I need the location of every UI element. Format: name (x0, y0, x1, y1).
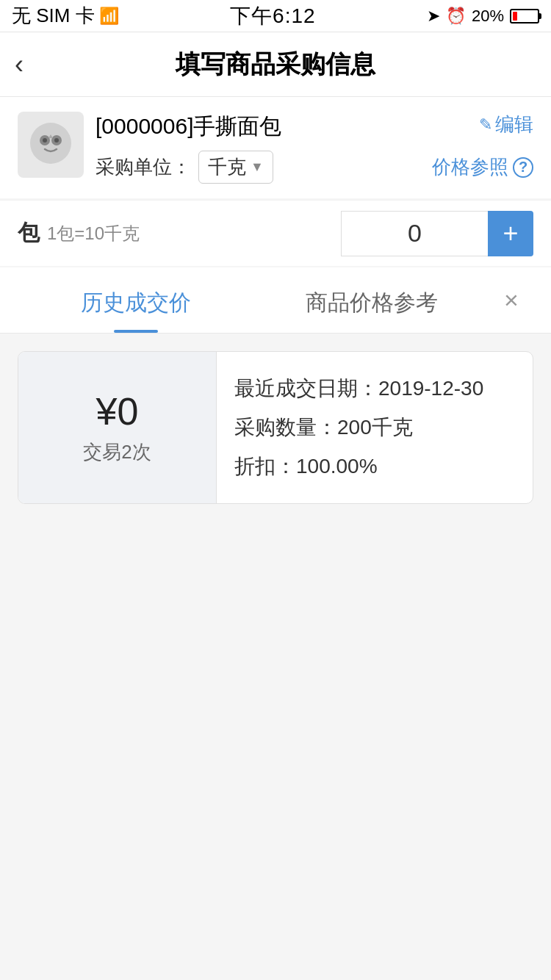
price-right-panel: 最近成交日期：2019-12-30 采购数量：200千克 折扣：100.00% (217, 352, 533, 503)
battery-icon (510, 9, 539, 24)
info-circle-icon: ? (513, 157, 533, 178)
status-bar: 无 SIM 卡 📶 下午6:12 ➤ ⏰ 20% (0, 0, 551, 32)
dropdown-arrow-icon: ▼ (251, 159, 264, 175)
svg-point-0 (30, 123, 71, 164)
product-image (29, 121, 73, 169)
status-left: 无 SIM 卡 📶 (12, 3, 119, 29)
price-left-panel: ¥0 交易2次 (18, 352, 217, 503)
brand-logo-svg (29, 121, 73, 165)
nav-bar: ‹ 填写商品采购信息 (0, 32, 551, 97)
purchase-unit-row: 采购单位： 千克 ▼ 价格参照 ? (96, 151, 533, 184)
wifi-icon: 📶 (99, 7, 119, 26)
tabs-header: 历史成交价 商品价格参考 × (0, 267, 551, 333)
status-right: ➤ ⏰ 20% (427, 7, 539, 26)
location-icon: ➤ (427, 7, 440, 26)
quantity-bar: 包 1包=10千克 + (0, 200, 551, 266)
purchase-qty-row: 采购数量：200千克 (234, 413, 515, 442)
purchase-qty-label: 采购数量： (234, 416, 337, 439)
svg-point-3 (43, 138, 47, 143)
discount-row: 折扣：100.00% (234, 452, 515, 480)
product-name: [0000006]手撕面包 (96, 112, 281, 142)
quantity-input[interactable] (341, 211, 488, 256)
product-name-row: [0000006]手撕面包 ✎ 编辑 (96, 112, 533, 142)
back-button[interactable]: ‹ (7, 42, 31, 87)
unit-value: 千克 (208, 154, 246, 180)
quantity-conversion: 1包=10千克 (47, 222, 140, 245)
product-thumbnail (18, 112, 84, 178)
purchase-unit-label: 采购单位： (96, 154, 191, 180)
edit-label: 编辑 (495, 112, 533, 137)
product-header: [0000006]手撕面包 ✎ 编辑 采购单位： 千克 ▼ 价格参照 ? (18, 112, 533, 184)
page-title: 填写商品采购信息 (176, 48, 375, 82)
quantity-plus-button[interactable]: + (488, 211, 533, 256)
unit-dropdown[interactable]: 千克 ▼ (198, 151, 273, 184)
svg-point-4 (54, 138, 59, 143)
tab-history-price[interactable]: 历史成交价 (18, 267, 253, 333)
tab-close-button[interactable]: × (489, 278, 533, 323)
product-info: [0000006]手撕面包 ✎ 编辑 采购单位： 千克 ▼ 价格参照 ? (96, 112, 533, 184)
recent-date-row: 最近成交日期：2019-12-30 (234, 374, 515, 403)
discount-value: 100.00% (296, 455, 378, 478)
price-transactions: 交易2次 (83, 439, 151, 465)
discount-label: 折扣： (234, 455, 296, 478)
main-content: ¥0 交易2次 最近成交日期：2019-12-30 采购数量：200千克 折扣：… (0, 334, 551, 774)
quantity-control: + (341, 211, 533, 256)
price-card: ¥0 交易2次 最近成交日期：2019-12-30 采购数量：200千克 折扣：… (18, 351, 533, 504)
tab-price-ref-label: 商品价格参考 (306, 290, 438, 314)
tab-price-reference[interactable]: 商品价格参考 (253, 267, 489, 333)
price-card-container: ¥0 交易2次 最近成交日期：2019-12-30 采购数量：200千克 折扣：… (0, 334, 551, 522)
recent-date-label: 最近成交日期： (234, 377, 378, 400)
purchase-unit-left: 采购单位： 千克 ▼ (96, 151, 273, 184)
purchase-qty-value: 200千克 (337, 416, 413, 439)
edit-icon: ✎ (479, 115, 492, 134)
price-ref-label: 价格参照 (432, 154, 508, 180)
quantity-label: 包 1包=10千克 (18, 218, 140, 248)
time-display: 下午6:12 (230, 2, 316, 30)
carrier-text: 无 SIM 卡 (12, 3, 95, 29)
recent-date-value: 2019-12-30 (378, 377, 483, 400)
price-ref-button[interactable]: 价格参照 ? (432, 154, 533, 180)
tabs-container: 历史成交价 商品价格参考 × (0, 267, 551, 334)
quantity-unit: 包 (18, 218, 40, 248)
edit-button[interactable]: ✎ 编辑 (479, 112, 533, 137)
tab-history-label: 历史成交价 (81, 290, 191, 314)
price-amount: ¥0 (96, 389, 139, 433)
alarm-icon: ⏰ (446, 7, 466, 26)
product-card: [0000006]手撕面包 ✎ 编辑 采购单位： 千克 ▼ 价格参照 ? (0, 97, 551, 198)
battery-percent: 20% (472, 7, 504, 26)
